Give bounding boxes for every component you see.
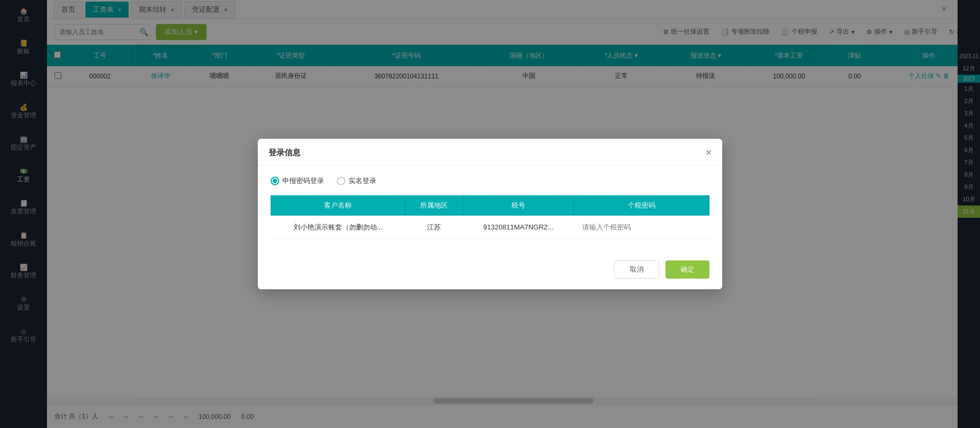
dialog-header: 登录信息 × <box>258 139 722 165</box>
dialog-overlay: 登录信息 × 申报密码登录 实名登录 客户名称 所属 <box>0 0 980 428</box>
dialog-body: 申报密码登录 实名登录 客户名称 所属地区 税号 个税密码 <box>258 165 722 252</box>
dialog-col-client: 客户名称 <box>271 195 405 216</box>
tax-password-input[interactable] <box>582 223 701 231</box>
password-cell[interactable] <box>574 216 709 239</box>
dialog-table-row: 刘小艳演示账套（勿删勿动... 江苏 91320811MA7NGR2... <box>271 216 709 239</box>
dialog-title: 登录信息 <box>268 148 301 158</box>
dialog-col-region: 所属地区 <box>405 195 463 216</box>
dialog-footer: 取消 确定 <box>258 252 722 289</box>
client-name-cell: 刘小艳演示账套（勿删勿动... <box>271 216 405 239</box>
login-type-radio-group: 申报密码登录 实名登录 <box>271 176 709 186</box>
cancel-button[interactable]: 取消 <box>614 260 659 279</box>
radio-realname-circle <box>337 177 345 185</box>
taxno-cell: 91320811MA7NGR2... <box>463 216 574 239</box>
confirm-button[interactable]: 确定 <box>666 260 709 279</box>
radio-password-circle <box>271 177 279 185</box>
region-cell: 江苏 <box>405 216 463 239</box>
dialog-col-taxno: 税号 <box>463 195 574 216</box>
dialog-close-btn[interactable]: × <box>706 147 712 158</box>
login-dialog: 登录信息 × 申报密码登录 实名登录 客户名称 所属 <box>258 139 722 290</box>
radio-password-login[interactable]: 申报密码登录 <box>271 176 324 186</box>
login-client-table: 客户名称 所属地区 税号 个税密码 刘小艳演示账套（勿删勿动... 江苏 913… <box>271 195 709 240</box>
radio-realname-login[interactable]: 实名登录 <box>337 176 376 186</box>
dialog-col-password: 个税密码 <box>574 195 709 216</box>
